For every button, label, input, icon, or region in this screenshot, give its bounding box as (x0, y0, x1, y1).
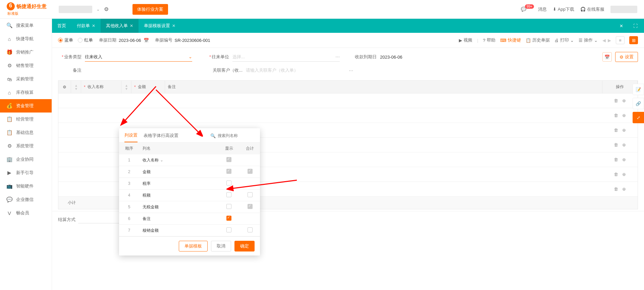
tab-close-icon[interactable]: ✕ (172, 23, 175, 28)
show-checkbox[interactable] (226, 180, 231, 186)
date-value[interactable]: 2023-06-06 (119, 38, 141, 43)
float-note-icon[interactable]: 📝 (633, 84, 644, 95)
tab-close-icon[interactable]: ✕ (130, 23, 133, 28)
tab-2[interactable]: 其他收入单✕ (101, 19, 139, 33)
history-link[interactable]: 📋 历史单据 (526, 37, 550, 43)
related-customer-input[interactable]: 请输入关联客户（收入单） ⋯ (246, 66, 353, 75)
tab-0[interactable]: 首页 (52, 19, 71, 33)
sidebar-item-3[interactable]: ⚙销售管理 (0, 59, 52, 72)
partner-input[interactable]: 选择... ⋯ (232, 53, 340, 62)
show-checkbox[interactable] (226, 227, 231, 232)
print-link[interactable]: 🖨 打印 ⌄ (554, 37, 574, 43)
col-note: 备注 (165, 81, 602, 93)
delete-row-icon[interactable]: 🗑 (614, 113, 618, 118)
delete-row-icon[interactable]: 🗑 (614, 172, 618, 177)
help-link[interactable]: ? 帮助 (483, 37, 495, 43)
video-link[interactable]: ▶ 视频 (459, 37, 472, 43)
calendar-icon-button[interactable]: 📅 (602, 52, 612, 62)
delete-row-icon[interactable]: 🗑 (614, 187, 618, 192)
close-tab-icon[interactable]: ✕ (615, 19, 627, 33)
table-row[interactable]: 🗑⊕ (58, 93, 638, 108)
popup-tab-font-height[interactable]: 表格字体行高设置 (144, 133, 178, 142)
sidebar-item-label: 销售管理 (16, 63, 34, 69)
sidebar-item-6[interactable]: 💰资金管理 (0, 99, 52, 113)
sidebar-item-4[interactable]: 🛍采购管理 (0, 72, 52, 86)
copy-row-icon[interactable]: ⊕ (622, 98, 626, 103)
popup-seq: 3 (119, 178, 139, 189)
show-checkbox[interactable] (226, 204, 231, 209)
operate-link[interactable]: ☰ 操作 ⌄ (579, 37, 598, 43)
note-input[interactable] (85, 69, 192, 72)
show-checkbox[interactable] (226, 157, 231, 162)
copy-row-icon[interactable]: ⊕ (622, 187, 626, 192)
radio-blue-receipt[interactable]: 蓝单 (58, 37, 73, 43)
confirm-button[interactable]: 确定 (234, 241, 255, 251)
search-column-input[interactable] (218, 133, 255, 138)
sidebar-item-0[interactable]: 🔍搜索菜单 (0, 19, 52, 32)
table-header: ⚙ ▴▾ *收入名称 ▴▾ *金额 备注 操作 (58, 81, 638, 93)
sidebar-item-12[interactable]: 📺智能硬件 (0, 179, 52, 193)
sidebar-item-1[interactable]: ⌂快捷导航 (0, 32, 52, 46)
chevron-down-icon[interactable]: ⌄ (160, 158, 163, 162)
sidebar-item-label: 库存核算 (16, 89, 34, 95)
show-checkbox[interactable] (226, 192, 231, 197)
delete-row-icon[interactable]: 🗑 (614, 98, 618, 103)
list-view-button[interactable]: ≡ (616, 36, 625, 44)
message-button[interactable]: 💬 99+ 消息 (521, 6, 547, 12)
online-service-button[interactable]: 🎧 在线客服 (580, 6, 604, 12)
tab-1[interactable]: 付款单✕ (71, 19, 101, 33)
tab-3[interactable]: 单据模板设置✕ (139, 19, 181, 33)
tab-label: 单据模板设置 (144, 23, 170, 29)
table-row[interactable]: 🗑⊕ (58, 108, 638, 123)
next-arrow-icon[interactable]: ▶ (608, 38, 611, 43)
sidebar-item-13[interactable]: 💬企业微信 (0, 193, 52, 206)
gear-icon[interactable]: ⚙ (104, 6, 109, 12)
prev-arrow-icon[interactable]: ◀ (602, 38, 606, 43)
sidebar-icon: 🎁 (7, 50, 12, 55)
radio-red-receipt[interactable]: 红单 (78, 37, 93, 43)
sidebar-item-11[interactable]: ▶新手引导 (0, 166, 52, 179)
sidebar-item-5[interactable]: ⌂库存核算 (0, 86, 52, 99)
copy-row-icon[interactable]: ⊕ (622, 157, 626, 162)
copy-row-icon[interactable]: ⊕ (622, 113, 626, 118)
show-checkbox[interactable] (226, 216, 231, 221)
calendar-icon[interactable]: 📅 (144, 38, 149, 43)
settle-method-input[interactable]: ⌄ (78, 216, 122, 223)
sidebar-item-14[interactable]: V畅会员 (0, 206, 52, 220)
biz-type-input[interactable]: 往来收入 ⌄ (85, 53, 192, 62)
template-button[interactable]: 单据模板 (179, 241, 208, 251)
sort-column-2[interactable]: ▴▾ (121, 81, 131, 93)
card-view-button[interactable]: ⊞ (629, 36, 638, 44)
sum-checkbox[interactable] (248, 169, 253, 174)
float-link-icon[interactable]: 🔗 (633, 98, 644, 109)
chevron-down-icon[interactable]: ⌄ (96, 7, 100, 12)
cancel-button[interactable]: 取消 (211, 241, 231, 251)
popup-seq: 1 (119, 155, 139, 165)
sum-checkbox[interactable] (248, 192, 253, 197)
fullscreen-icon[interactable]: ⛶ (630, 19, 641, 33)
settings-button[interactable]: ⚙ 设置 (615, 52, 638, 62)
copy-row-icon[interactable]: ⊕ (622, 128, 626, 133)
delete-row-icon[interactable]: 🗑 (614, 128, 618, 133)
copy-row-icon[interactable]: ⊕ (622, 172, 626, 177)
sidebar-item-2[interactable]: 🎁营销推广 (0, 46, 52, 59)
sort-column-1[interactable]: ▴▾ (71, 81, 81, 93)
due-date-input[interactable]: 2023-06-06 (380, 53, 474, 61)
sum-checkbox[interactable] (248, 204, 253, 209)
delete-row-icon[interactable]: 🗑 (614, 142, 618, 147)
sidebar-item-10[interactable]: 🏢企业协同 (0, 153, 52, 166)
sidebar-item-7[interactable]: 📋经营管理 (0, 113, 52, 126)
popup-tab-columns[interactable]: 列设置 (124, 132, 138, 142)
copy-row-icon[interactable]: ⊕ (622, 142, 626, 147)
tab-close-icon[interactable]: ✕ (92, 23, 95, 28)
sum-checkbox[interactable] (248, 227, 253, 232)
trial-industry-button[interactable]: 体验行业方案 (132, 4, 168, 15)
sidebar-item-8[interactable]: 📋基础信息 (0, 126, 52, 139)
shortcut-link[interactable]: ⌨ 快捷键 (500, 37, 521, 43)
float-expand-icon[interactable]: ⤢ (633, 112, 644, 123)
sidebar-item-9[interactable]: ⚙系统管理 (0, 139, 52, 153)
show-checkbox[interactable] (226, 169, 231, 174)
app-download-button[interactable]: ⬇ App下载 (553, 6, 574, 12)
delete-row-icon[interactable]: 🗑 (614, 157, 618, 162)
gear-column-button[interactable]: ⚙ (58, 81, 71, 93)
